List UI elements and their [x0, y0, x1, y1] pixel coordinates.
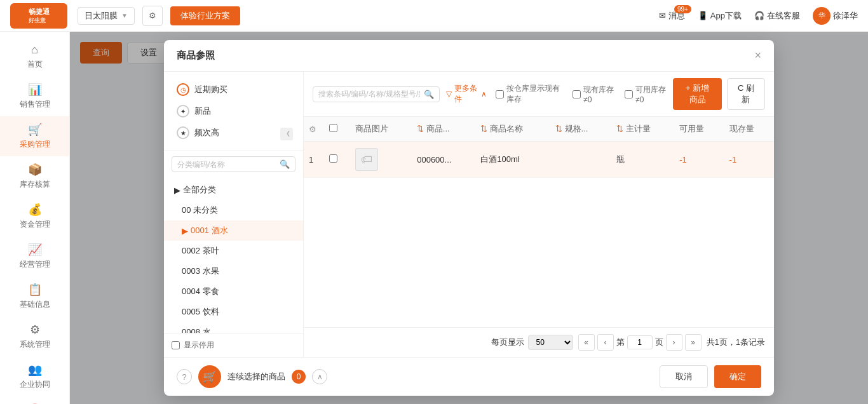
category-all-label: 全部分类 [183, 184, 216, 196]
col-image: 商品图片 [350, 117, 412, 142]
settings-gear-button[interactable]: ⚙ [142, 6, 163, 26]
product-search-input[interactable] [318, 90, 420, 98]
sidebar-item-home[interactable]: ⌂ 首页 [0, 37, 69, 76]
more-filter-button[interactable]: ▽ 更多条件 ∧ [446, 83, 487, 105]
row-code: 000600... [417, 155, 451, 165]
sidebar-item-sales[interactable]: 📊 销售管理 [0, 76, 69, 116]
col-spec[interactable]: ⇅ 规格... [550, 117, 611, 142]
footer-left: ? 🛒 连续选择的商品 0 ∧ [177, 365, 327, 388]
category-tea-label: 0002 茶叶 [182, 245, 219, 257]
app-download-button[interactable]: 📱 App下载 [698, 10, 742, 22]
message-badge: 99+ [674, 5, 691, 13]
col-spec-label: 规格... [565, 124, 588, 133]
recent-purchase-item[interactable]: ◷ 近期购买 [172, 79, 278, 100]
category-drink-label: 0005 饮料 [182, 306, 219, 318]
page-prev-button[interactable]: ‹ [597, 334, 614, 351]
category-snack-label: 0004 零食 [182, 286, 219, 297]
category-all[interactable]: ▶ 全部分类 [164, 180, 303, 200]
sidebar-item-basic[interactable]: 📋 基础信息 [0, 276, 69, 316]
sidebar-item-finance[interactable]: 💰 资金管理 [0, 196, 69, 236]
help-button[interactable]: ? [177, 369, 192, 384]
service-label: 在线客服 [767, 10, 800, 22]
cancel-button[interactable]: 取消 [660, 365, 708, 388]
by-warehouse-checkbox-label[interactable]: 按仓库显示现有库存 [496, 83, 563, 105]
category-water-label: 0008 水 [182, 327, 211, 333]
right-panel: 🔍 ▽ 更多条件 ∧ 按仓库显示现有库存 [304, 72, 774, 357]
category-tea[interactable]: 0002 茶叶 [164, 241, 303, 261]
sidebar-item-purchase[interactable]: 🛒 采购管理 [0, 116, 69, 156]
category-liquor[interactable]: ▶ 0001 酒水 [164, 220, 303, 241]
product-table: ⚙ 商品图片 [304, 117, 774, 178]
category-uncategorized[interactable]: 00 未分类 [164, 200, 303, 220]
add-product-button[interactable]: + 新增商品 [673, 78, 722, 110]
confirm-button[interactable]: 确定 [714, 365, 761, 388]
messages-button[interactable]: ✉ 消息 99+ [659, 10, 685, 22]
usable-not-zero-checkbox[interactable] [625, 90, 633, 98]
service-icon: 🎧 [754, 11, 764, 20]
filter-checkboxes: 按仓库显示现有库存 现有库存≠0 可用库存≠0 [496, 83, 667, 105]
user-menu[interactable]: 华 徐泽华 [813, 7, 858, 25]
modal-footer: ? 🛒 连续选择的商品 0 ∧ 取消 确定 [164, 357, 774, 396]
star-icon: ★ [177, 126, 189, 139]
footer-collapse-button[interactable]: ∧ [312, 369, 327, 384]
high-frequency-item[interactable]: ★ 频次高 [172, 123, 278, 143]
category-search-box: 🔍 [172, 156, 295, 172]
sidebar-item-business-label: 经营管理 [20, 259, 50, 270]
user-name: 徐泽华 [833, 10, 858, 22]
by-warehouse-checkbox[interactable] [496, 90, 504, 98]
left-panel-collapse-button[interactable]: 《 [280, 128, 293, 140]
business-icon: 📈 [28, 243, 42, 257]
category-search-input[interactable] [177, 160, 276, 169]
recent-purchase-label: 近期购买 [194, 84, 227, 95]
cart-button[interactable]: 🛒 [198, 365, 221, 388]
sidebar-item-guide[interactable]: 🎯 新手引导 [0, 396, 69, 404]
row-checkbox[interactable] [329, 154, 337, 163]
col-name[interactable]: ⇅ 商品名称 [475, 117, 550, 142]
available-not-zero-checkbox[interactable] [573, 90, 581, 98]
sidebar-item-system[interactable]: ⚙ 系统管理 [0, 316, 69, 356]
clock-icon: ◷ [177, 83, 189, 96]
category-liquor-arrow: ▶ [182, 226, 188, 236]
new-icon: ✦ [177, 105, 189, 118]
experience-button[interactable]: 体验行业方案 [170, 6, 240, 25]
product-search-icon[interactable]: 🔍 [424, 90, 434, 99]
refresh-button[interactable]: C 刷新 [727, 78, 765, 110]
store-dropdown[interactable]: 日太阳膜 ▼ [78, 7, 135, 25]
col-unit[interactable]: ⇅ 主计量 [611, 117, 674, 142]
per-page-dropdown[interactable]: 10 20 50 100 [528, 335, 573, 350]
sidebar-item-business[interactable]: 📈 经营管理 [0, 236, 69, 276]
modal-close-button[interactable]: × [754, 49, 761, 62]
more-filter-label: 更多条件 [454, 83, 478, 105]
page-next-button[interactable]: › [666, 334, 682, 351]
available-not-zero-checkbox-label[interactable]: 现有库存≠0 [573, 84, 614, 104]
filter-collapse-icon: ∧ [481, 90, 487, 98]
page-navigation: « ‹ 第 页 › » [578, 334, 702, 351]
new-product-item[interactable]: ✦ 新品 [172, 101, 278, 121]
page-last-button[interactable]: » [685, 334, 702, 351]
col-stock: 现存量 [724, 117, 774, 142]
col-code[interactable]: ⇅ 商品... [412, 117, 475, 142]
row-available: -1 [679, 155, 687, 165]
row-seq: 1 [304, 142, 324, 178]
online-service-button[interactable]: 🎧 在线客服 [754, 10, 800, 22]
usable-not-zero-checkbox-label[interactable]: 可用库存≠0 [625, 84, 667, 104]
table-row[interactable]: 1 🏷 000600... [304, 142, 774, 178]
basic-icon: 📋 [28, 283, 42, 297]
col-settings-icon[interactable]: ⚙ [309, 125, 316, 134]
category-snack[interactable]: 0004 零食 [164, 281, 303, 302]
category-water[interactable]: 0008 水 [164, 322, 303, 333]
page-first-button[interactable]: « [578, 334, 595, 351]
show-disabled-checkbox[interactable] [172, 341, 180, 349]
sidebar-item-corp[interactable]: 👥 企业协同 [0, 356, 69, 396]
sidebar-item-inventory[interactable]: 📦 库存核算 [0, 156, 69, 196]
category-drink[interactable]: 0005 饮料 [164, 302, 303, 322]
select-all-checkbox[interactable] [329, 124, 337, 132]
table-header-row: ⚙ 商品图片 [304, 117, 774, 142]
product-reference-modal: 商品参照 × ◷ 近期购买 [164, 40, 774, 396]
usable-not-zero-label: 可用库存≠0 [635, 84, 667, 104]
message-icon: ✉ [659, 11, 666, 20]
continuous-select-label: 连续选择的商品 [227, 371, 285, 382]
category-search-icon[interactable]: 🔍 [280, 159, 290, 169]
page-input[interactable] [627, 335, 653, 349]
category-fruit[interactable]: 0003 水果 [164, 261, 303, 281]
